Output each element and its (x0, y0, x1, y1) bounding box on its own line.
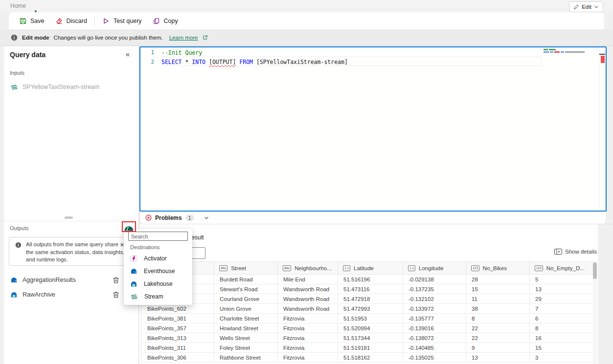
table-cell: -0.135777 (403, 314, 466, 323)
scrollbar-thumb[interactable] (593, 262, 597, 279)
table-cell: Fitzrovia (278, 314, 338, 323)
add-destination-button-highlight[interactable] (122, 221, 136, 232)
menu-item-activator[interactable]: Activator (124, 252, 192, 265)
test-query-button[interactable]: Test query (97, 15, 147, 27)
table-cell: 7 (530, 304, 593, 314)
table-cell: BikePoints_311 (142, 343, 214, 353)
table-cell: Charlotte Street (214, 314, 278, 323)
column-type-icon: 123 (535, 265, 543, 271)
save-button[interactable]: Save (14, 15, 50, 27)
table-row: BikePoints_313Wells StreetFitzrovia51.51… (142, 333, 593, 343)
table-cell: -0.135025 (403, 353, 466, 363)
table-cell: 6 (530, 314, 593, 323)
problems-bar[interactable]: Problems 1 (139, 212, 607, 224)
table-cell: Foley Street (214, 343, 278, 353)
table-cell: Courland Grove (214, 294, 278, 304)
table-cell: 8 (530, 323, 593, 333)
column-header: 123No_Bikes (466, 262, 530, 275)
external-link-icon (203, 35, 208, 40)
trash-icon[interactable] (113, 291, 119, 299)
error-marker (601, 56, 605, 63)
menu-item-eventhouse[interactable]: Eventhouse (124, 265, 192, 278)
chevron-down-icon[interactable] (204, 215, 209, 221)
problems-label: Problems (155, 214, 182, 221)
column-header-label: Street (231, 265, 246, 271)
error-circle-icon (145, 214, 152, 221)
pencil-icon (573, 4, 579, 10)
table-row: Burdett RoadMile End51.516196-0.02913828… (142, 275, 593, 284)
destination-menu-items: ActivatorEventhouseLakehouseStream (124, 252, 192, 303)
column-header: AbcStreet (214, 262, 278, 275)
output-item[interactable]: RawArchive (10, 289, 127, 300)
learn-more-link[interactable]: Learn more (169, 35, 198, 41)
table-cell: Howland Street (214, 323, 278, 333)
table-cell: 51.472918 (338, 294, 403, 304)
column-header: AbcNeighbourho... (278, 262, 338, 275)
column-header: 1.1Latitude (338, 262, 403, 275)
trash-icon[interactable] (113, 277, 119, 284)
copy-label: Copy (164, 18, 178, 24)
table-cell: Burdett Road (214, 275, 278, 284)
line-number: 2 (140, 59, 161, 65)
panel-splitter-handle[interactable] (65, 216, 73, 219)
table-row: BikePoints_306Rathbone StreetFitzrovia51… (142, 353, 593, 363)
output-item-label: RawArchive (23, 291, 55, 298)
table-scrollbar[interactable] (593, 261, 597, 364)
table-cell: 51.473116 (338, 284, 403, 294)
table-cell: 51.51953 (338, 314, 403, 323)
copy-icon (153, 17, 160, 25)
tab-home[interactable]: Home (10, 2, 26, 9)
table-cell: -0.133972 (403, 304, 466, 314)
info-line: the same activation status, data insight… (26, 249, 124, 257)
table-cell: -0.137235 (403, 284, 466, 294)
lakehouse-icon (130, 280, 138, 288)
table-cell: 22 (466, 333, 530, 343)
menu-item-stream[interactable]: Stream (124, 290, 192, 303)
info-line: All outputs from the same query share (26, 241, 124, 249)
table-cell: Rathbone Street (214, 353, 278, 363)
table-cell: -0.029138 (403, 275, 466, 284)
eraser-icon (55, 17, 63, 25)
edit-button-label: Edit (582, 4, 591, 10)
result-table: AbcStreetAbcNeighbourho...1.1Latitude1.1… (141, 261, 593, 363)
edit-dropdown-button[interactable]: Edit (569, 1, 603, 12)
collapse-panel-button[interactable]: « (126, 50, 130, 58)
app-root: Home Edit Save Discard Test (0, 0, 613, 364)
destinations-group-label: Destinations (130, 244, 160, 250)
column-type-icon: 1.1 (408, 265, 415, 271)
editor-minimap[interactable] (544, 48, 597, 53)
table-cell: 9 (466, 343, 530, 353)
column-type-icon: 123 (471, 265, 479, 271)
copy-button[interactable]: Copy (147, 15, 183, 27)
table-cell: -0.139016 (403, 323, 466, 333)
info-icon (15, 242, 22, 248)
problems-count-badge: 1 (185, 214, 194, 221)
table-cell: Union Grove (214, 304, 278, 314)
table-cell: -0.132102 (403, 294, 466, 304)
input-item[interactable]: SPYellowTaxiStream-stream (10, 81, 99, 93)
table-cell: Wandsworth Road (278, 294, 338, 304)
query-code-editor[interactable]: 1--Init Query2SELECT * INTO [OUTPUT] FRO… (139, 46, 607, 212)
table-cell: 11 (466, 294, 530, 304)
table-row: Stewart's RoadWandsworth Road51.473116-0… (142, 284, 593, 294)
discard-button[interactable]: Discard (50, 15, 92, 27)
output-item[interactable]: AggregationResults (10, 275, 127, 285)
table-cell: Wandsworth Road (278, 284, 338, 294)
code-text: SELECT * INTO [OUTPUT] FROM [SPYellowTax… (161, 59, 348, 65)
tab-bar: Home Edit (0, 0, 613, 12)
table-row: BikePoints_602Union GroveWandsworth Road… (142, 304, 593, 314)
table-cell: 13 (466, 353, 530, 363)
table-cell: 51.516196 (338, 275, 403, 284)
menu-item-lakehouse[interactable]: Lakehouse (124, 278, 192, 290)
table-cell: Wandsworth Road (278, 304, 338, 314)
minimap-slider[interactable] (599, 54, 605, 55)
discard-label: Discard (67, 18, 87, 24)
table-cell: -0.140485 (403, 343, 466, 353)
banner-title: Edit mode (22, 35, 49, 41)
search-input[interactable] (128, 232, 188, 241)
show-details-button[interactable]: Show details (554, 249, 597, 255)
stream-icon (130, 293, 138, 300)
column-header-label: Longitude (419, 265, 444, 271)
table-row: Courland GroveWandsworth Road51.472918-0… (142, 294, 593, 304)
menu-item-label: Activator (144, 255, 167, 262)
